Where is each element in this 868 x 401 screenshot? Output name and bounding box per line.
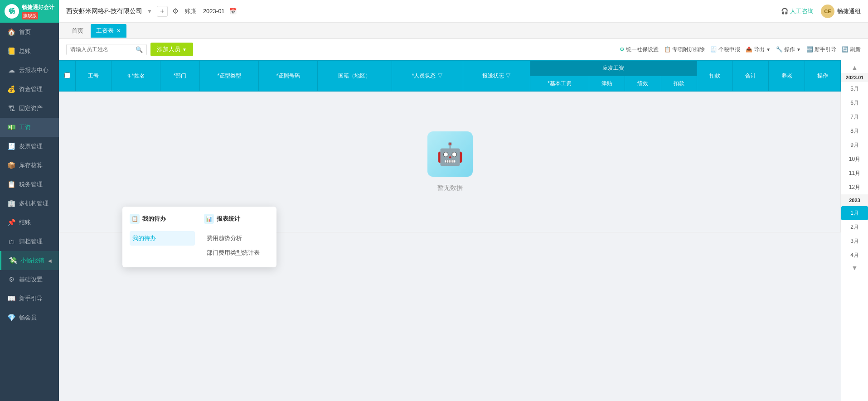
month-item-10[interactable]: 10月 (841, 152, 868, 166)
th-checkbox[interactable] (59, 61, 76, 92)
app-logo: 畅 畅捷通好会计 旗舰版 (0, 0, 59, 23)
sidebar-item-archive[interactable]: 🗂 归档管理 (0, 232, 59, 251)
user-profile[interactable]: CE 畅捷通组 (821, 5, 861, 18)
month-item-4[interactable]: 4月 (841, 248, 868, 262)
popup-row: 📋 我的待办 我的待办 📊 报表统计 费用趋势分析 (130, 214, 269, 260)
month-item-7[interactable]: 7月 (841, 110, 868, 124)
month-item-year-2023: 2023 (841, 194, 868, 206)
th-operation: 操作 (805, 61, 840, 92)
sidebar-item-label: 小畅报销 (20, 256, 44, 265)
th-group-salary: 应发工资 (530, 61, 697, 76)
sidebar-item-inventory[interactable]: 📦 库存核算 (0, 156, 59, 175)
month-item-11[interactable]: 11月 (841, 166, 868, 180)
finance-icon: 💰 (7, 85, 15, 93)
sidebar-item-label: 基础设置 (19, 275, 43, 284)
sidebar-item-expense[interactable]: 💸 小畅报销 ◀ (0, 251, 59, 270)
sidebar-item-guide[interactable]: 📖 新手引导 (0, 289, 59, 308)
inventory-icon: 📦 (7, 161, 15, 169)
sidebar-item-fixed-assets[interactable]: 🏗 固定资产 (0, 99, 59, 118)
sidebar-item-cloud-report[interactable]: ☁ 云报表中心 (0, 61, 59, 80)
search-box: 🔍 (66, 44, 147, 55)
month-nav-up[interactable]: ▲ (850, 62, 860, 73)
sidebar-item-salary[interactable]: 💵 工资 (0, 118, 59, 137)
multiorg-icon: 🏢 (7, 199, 15, 208)
month-item-2[interactable]: 2月 (841, 220, 868, 234)
filter-icon[interactable]: ▽ (437, 72, 443, 79)
month-panel: ▲ 2023.01 5月 6月 7月 8月 9月 10月 11月 12月 202… (841, 60, 868, 401)
popup-section-todo-title: 📋 我的待办 (130, 214, 195, 227)
sidebar-item-member[interactable]: 💎 畅会员 (0, 308, 59, 327)
export-label: 导出 (754, 46, 765, 53)
sidebar-item-multiorg[interactable]: 🏢 多机构管理 (0, 194, 59, 213)
sidebar-item-home[interactable]: 🏠 首页 (0, 23, 59, 42)
guide-icon: 📖 (7, 295, 15, 303)
special-deduction-btn[interactable]: 📋 专项附加扣除 (664, 46, 705, 53)
sort-icon: ⇅ (127, 73, 131, 78)
tab-salary[interactable]: 工资表 ✕ (91, 24, 126, 38)
operation-icon: 🔧 (776, 46, 783, 53)
popup-item-my-todo[interactable]: 我的待办 (130, 231, 195, 246)
tax-report-label: 个税申报 (718, 46, 740, 53)
month-item-3[interactable]: 3月 (841, 234, 868, 248)
month-item-9[interactable]: 9月 (841, 138, 868, 152)
popup-section-report: 📊 报表统计 费用趋势分析 部门费用类型统计表 (204, 214, 269, 260)
month-item-8[interactable]: 8月 (841, 124, 868, 138)
month-item-5[interactable]: 5月 (841, 82, 868, 96)
user-avatar: CE (821, 5, 834, 18)
month-item-12[interactable]: 12月 (841, 180, 868, 194)
popup-item-expense-trend[interactable]: 费用趋势分析 (204, 231, 269, 246)
operation-btn[interactable]: 🔧 操作 ▼ (776, 46, 801, 53)
add-company-btn[interactable]: + (157, 6, 168, 17)
search-icon[interactable]: 🔍 (136, 46, 143, 53)
sidebar-item-settings[interactable]: ⚙ 基础设置 (0, 270, 59, 289)
period-calendar-icon[interactable]: 📅 (229, 8, 237, 14)
tax-icon: 📋 (7, 180, 15, 188)
tab-home[interactable]: 首页 (66, 24, 89, 38)
sidebar-item-label: 畅会员 (19, 314, 37, 322)
sidebar: 畅 畅捷通好会计 旗舰版 🏠 首页 📒 总账 ☁ 云报表中心 💰 资金管理 🏗 … (0, 0, 59, 401)
cloud-icon: ☁ (7, 66, 15, 74)
settings-btn[interactable]: ⚙ (172, 7, 179, 15)
sidebar-item-finance[interactable]: 💰 资金管理 (0, 80, 59, 99)
tax-report-btn[interactable]: 🧾 个税申报 (710, 46, 740, 53)
social-insurance-btn[interactable]: ⚙ 统一社保设置 (620, 46, 659, 53)
sidebar-item-label: 税务管理 (19, 180, 43, 188)
th-status: *人员状态 ▽ (392, 61, 463, 92)
guide-btn[interactable]: 🆕 新手引导 (806, 46, 836, 53)
tab-close-btn[interactable]: ✕ (116, 28, 121, 34)
popup-item-dept-expense[interactable]: 部门费用类型统计表 (204, 246, 269, 260)
topbar-right: 🎧 人工咨询 CE 畅捷通组 (781, 5, 861, 18)
sidebar-item-tax[interactable]: 📋 税务管理 (0, 175, 59, 194)
avatar-initials: CE (824, 9, 831, 14)
empty-icon (427, 131, 473, 177)
sidebar-item-label: 工资 (19, 123, 31, 131)
guide-icon: 🆕 (806, 46, 813, 53)
refresh-label: 刷新 (850, 46, 861, 53)
th-pension: 养老 (769, 61, 805, 92)
sidebar-item-ledger[interactable]: 📒 总账 (0, 42, 59, 61)
sidebar-item-label: 总账 (19, 47, 31, 55)
refresh-btn[interactable]: 🔄 刷新 (842, 46, 861, 53)
th-base-salary: *基本工资 (530, 76, 589, 92)
toolbar: 🔍 添加人员 ▼ ⚙ 统一社保设置 📋 专项附加扣除 🧾 个税申报 (59, 39, 868, 60)
sidebar-item-label: 云报表中心 (19, 66, 48, 74)
month-item-1[interactable]: 1月 (841, 206, 868, 220)
invoice-icon: 🧾 (7, 142, 15, 150)
settings-icon: ⚙ (7, 275, 15, 284)
guide-label: 新手引导 (815, 46, 836, 53)
company-dropdown-icon[interactable]: ▼ (147, 8, 152, 14)
th-total: 合计 (733, 61, 769, 92)
th-id-number: *证照号码 (259, 61, 318, 92)
search-input[interactable] (70, 46, 134, 53)
month-item-year-label: 2023.01 (841, 73, 868, 82)
sidebar-item-label: 发票管理 (19, 142, 43, 150)
add-person-btn[interactable]: 添加人员 ▼ (150, 43, 193, 56)
service-btn[interactable]: 🎧 人工咨询 (781, 7, 814, 15)
month-nav-down[interactable]: ▼ (850, 262, 860, 273)
month-item-6[interactable]: 6月 (841, 96, 868, 110)
filter-icon2[interactable]: ▽ (505, 72, 511, 79)
select-all-checkbox[interactable] (64, 72, 70, 78)
sidebar-item-settlement[interactable]: 📌 结账 (0, 213, 59, 232)
export-btn[interactable]: 📤 导出 ▼ (746, 46, 771, 53)
sidebar-item-invoice[interactable]: 🧾 发票管理 (0, 137, 59, 156)
